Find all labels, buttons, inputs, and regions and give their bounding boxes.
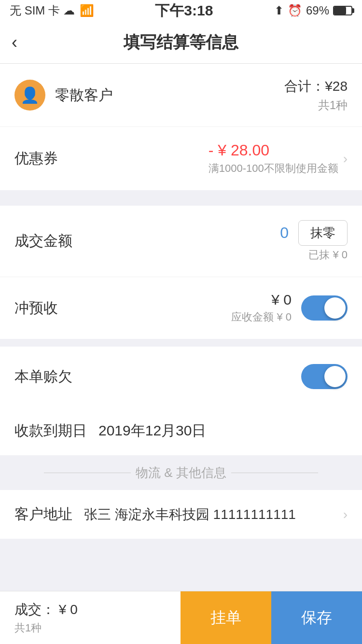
coupon-right: - ¥ 28.00 满1000-100不限制使用金额 ›	[209, 141, 348, 176]
section-divider-1	[0, 198, 362, 206]
battery-icon	[333, 6, 352, 15]
customer-card: 👤 零散客户 合计：¥28 共1种 优惠券 - ¥ 28.00 满1000-10…	[0, 64, 362, 190]
pre-amount-area: ¥ 0 应收金额 ¥ 0	[231, 292, 292, 324]
coupon-detail: - ¥ 28.00 满1000-100不限制使用金额	[209, 141, 338, 176]
logistics-text: 物流 & 其他信息	[121, 464, 241, 481]
pre-amount: ¥ 0	[231, 292, 292, 308]
back-button[interactable]: ‹	[12, 32, 17, 53]
page-title: 填写结算等信息	[124, 31, 238, 54]
status-left: 无 SIM 卡 ☁ 📶	[10, 3, 94, 18]
bottom-deal-label: 成交：	[14, 602, 55, 617]
bottom-deal-line: 成交： ¥ 0	[14, 601, 166, 619]
deal-amount-label: 成交金额	[14, 231, 72, 251]
battery-text: 69%	[306, 4, 329, 17]
pre-sub: 应收金额 ¥ 0	[231, 310, 292, 324]
deal-amount-value[interactable]: 0	[280, 224, 289, 242]
bottom-info: 成交： ¥ 0 共1种	[0, 601, 181, 635]
address-row[interactable]: 客户地址 张三 海淀永丰科技园 11111111111 ›	[0, 490, 362, 539]
debt-row: 本单赊欠	[0, 347, 362, 406]
deal-amount-row: 成交金额 0 抹零 已抹 ¥ 0	[0, 206, 362, 277]
round-zero-button[interactable]: 抹零	[298, 220, 348, 246]
logistics-divider: 物流 & 其他信息	[0, 455, 362, 490]
debt-section: 本单赊欠 收款到期日 2019年12月30日	[0, 347, 362, 455]
bottom-deal-amount: ¥ 0	[59, 602, 78, 617]
content-area: 👤 零散客户 合计：¥28 共1种 优惠券 - ¥ 28.00 满1000-10…	[0, 64, 362, 604]
customer-total: 合计：¥28 共1种	[284, 77, 348, 113]
coupon-discount: - ¥ 28.00	[209, 141, 338, 159]
status-time: 下午3:18	[155, 1, 213, 21]
status-bar: 无 SIM 卡 ☁ 📶 下午3:18 ⬆ ⏰ 69%	[0, 0, 362, 21]
total-amount: 合计：¥28	[284, 77, 348, 96]
bottom-count: 共1种	[14, 621, 166, 635]
toggle-knob	[324, 297, 346, 319]
customer-info: 👤 零散客户	[14, 80, 113, 111]
sim-signal: 无 SIM 卡 ☁	[10, 3, 75, 18]
pre-receive-toggle[interactable]	[301, 295, 348, 321]
save-button[interactable]: 保存	[271, 591, 362, 644]
chevron-right-icon: ›	[343, 151, 348, 167]
debt-toggle[interactable]	[301, 364, 348, 389]
address-value: 张三 海淀永丰科技园 11111111111	[84, 505, 343, 524]
debt-label: 本单赊欠	[14, 367, 72, 387]
due-date-row: 收款到期日 2019年12月30日	[0, 406, 362, 455]
section-divider-2	[0, 339, 362, 347]
customer-name: 零散客户	[55, 85, 113, 105]
debt-toggle-knob	[324, 366, 346, 387]
hold-button[interactable]: 挂单	[181, 591, 271, 644]
pre-receive-right: ¥ 0 应收金额 ¥ 0	[231, 292, 348, 324]
pre-receive-row: 冲预收 ¥ 0 应收金额 ¥ 0	[0, 277, 362, 339]
avatar-icon: 👤	[20, 86, 40, 104]
wifi-icon: 📶	[80, 4, 94, 17]
pre-receive-label: 冲预收	[14, 298, 58, 318]
address-label: 客户地址	[14, 504, 72, 524]
due-date-label: 收款到期日	[14, 421, 87, 441]
deal-amount-sub: 已抹 ¥ 0	[280, 248, 348, 262]
customer-row: 👤 零散客户 合计：¥28 共1种	[0, 64, 362, 126]
due-date-value[interactable]: 2019年12月30日	[98, 421, 206, 441]
status-right: ⬆ ⏰ 69%	[274, 4, 352, 17]
coupon-label: 优惠券	[14, 149, 58, 168]
address-section: 客户地址 张三 海淀永丰科技园 11111111111 ›	[0, 490, 362, 539]
coupon-row[interactable]: 优惠券 - ¥ 28.00 满1000-100不限制使用金额 ›	[0, 126, 362, 190]
total-count: 共1种	[284, 98, 348, 113]
deal-value-area: 0 抹零	[280, 220, 348, 246]
avatar: 👤	[14, 80, 45, 111]
coupon-desc: 满1000-100不限制使用金额	[209, 161, 338, 176]
location-icon: ⬆	[274, 4, 284, 17]
address-chevron-icon: ›	[343, 507, 348, 522]
alarm-icon: ⏰	[288, 4, 302, 17]
form-section-1: 成交金额 0 抹零 已抹 ¥ 0 冲预收 ¥ 0 应收金额 ¥ 0	[0, 206, 362, 339]
bottom-bar: 成交： ¥ 0 共1种 挂单 保存	[0, 591, 362, 644]
nav-bar: ‹ 填写结算等信息	[0, 21, 362, 64]
deal-amount-right: 0 抹零 已抹 ¥ 0	[280, 220, 348, 262]
